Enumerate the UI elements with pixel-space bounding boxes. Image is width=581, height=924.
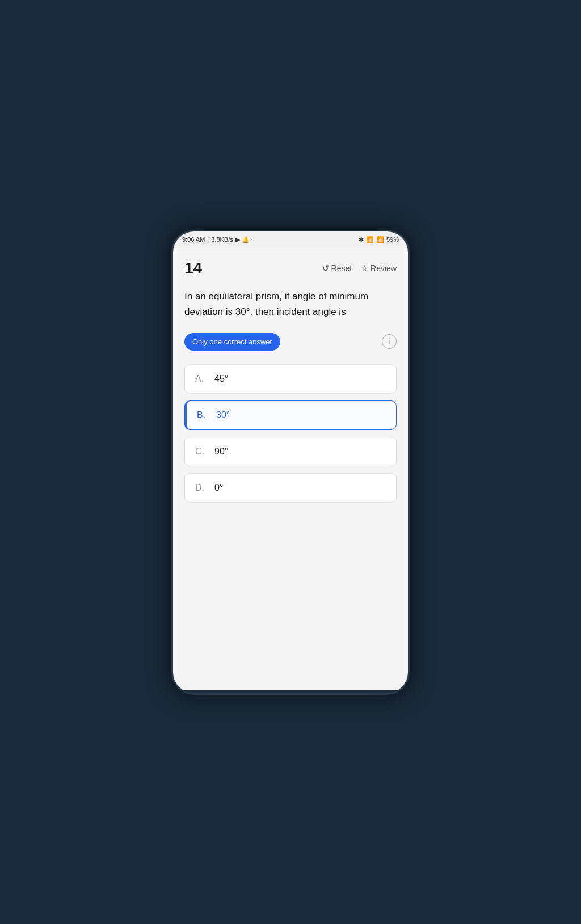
option-d-label: D. bbox=[195, 483, 207, 493]
answer-type-badge: Only one correct answer bbox=[184, 333, 280, 351]
wifi-icon: 📶 bbox=[366, 236, 374, 243]
screen-content: 14 ↺ Reset ☆ Review In an equilateral pr… bbox=[173, 248, 408, 679]
option-a-text: 45° bbox=[214, 374, 228, 384]
question-text: In an equilateral prism, if angle of min… bbox=[184, 289, 397, 319]
option-c[interactable]: C. 90° bbox=[184, 437, 397, 466]
options-list: A. 45° B. 30° C. 90° D. 0° bbox=[184, 364, 397, 503]
phone-bottom bbox=[173, 679, 408, 690]
option-c-label: C. bbox=[195, 446, 207, 457]
speed-display: | bbox=[207, 236, 209, 243]
option-a[interactable]: A. 45° bbox=[184, 364, 397, 394]
status-left: 9:06 AM | 3.8KB/s ▶ 🔔 · bbox=[182, 236, 253, 243]
question-header: 14 ↺ Reset ☆ Review bbox=[184, 259, 397, 277]
signal-icon: 📶 bbox=[376, 236, 384, 243]
option-d-text: 0° bbox=[214, 483, 223, 493]
notification-icon: ▶ 🔔 · bbox=[235, 236, 253, 243]
phone-frame: 9:06 AM | 3.8KB/s ▶ 🔔 · ✱ 📶 📶 59% 14 ↺ R… bbox=[171, 230, 410, 695]
option-b-label: B. bbox=[197, 410, 208, 420]
data-speed: 3.8KB/s bbox=[211, 236, 233, 243]
status-bar: 9:06 AM | 3.8KB/s ▶ 🔔 · ✱ 📶 📶 59% bbox=[173, 231, 408, 248]
time-display: 9:06 AM bbox=[182, 236, 205, 243]
bluetooth-icon: ✱ bbox=[359, 236, 364, 243]
option-d[interactable]: D. 0° bbox=[184, 473, 397, 503]
option-b-text: 30° bbox=[216, 410, 230, 420]
status-right: ✱ 📶 📶 59% bbox=[359, 236, 399, 243]
battery-percent: 59% bbox=[386, 236, 399, 243]
reset-button[interactable]: ↺ Reset bbox=[322, 264, 352, 273]
answer-type-row: Only one correct answer i bbox=[184, 333, 397, 351]
option-b[interactable]: B. 30° bbox=[184, 400, 397, 430]
reset-icon: ↺ bbox=[322, 264, 329, 273]
option-c-text: 90° bbox=[214, 446, 228, 457]
review-label: Review bbox=[371, 264, 397, 273]
review-button[interactable]: ☆ Review bbox=[361, 264, 397, 273]
star-icon: ☆ bbox=[361, 264, 368, 273]
header-actions: ↺ Reset ☆ Review bbox=[322, 264, 397, 273]
reset-label: Reset bbox=[331, 264, 352, 273]
question-number: 14 bbox=[184, 259, 202, 277]
option-a-label: A. bbox=[195, 374, 207, 384]
info-icon[interactable]: i bbox=[382, 334, 397, 349]
